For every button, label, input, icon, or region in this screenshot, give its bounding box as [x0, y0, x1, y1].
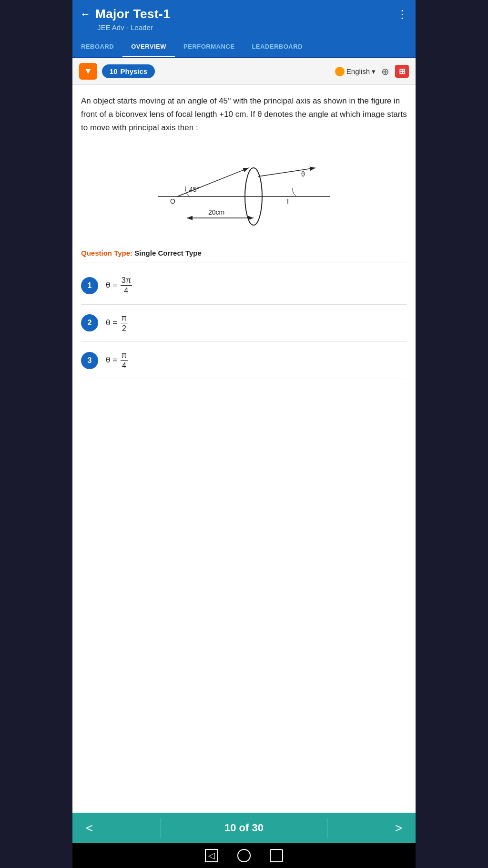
svg-text:O: O — [170, 197, 175, 205]
lang-dot-icon — [335, 67, 345, 76]
numerator-1: 3π — [121, 276, 132, 286]
svg-text:20cm: 20cm — [208, 208, 224, 216]
option-text-2: θ = π 2 — [106, 313, 128, 333]
subject-number: 10 — [110, 67, 118, 75]
tab-overview[interactable]: OVERVIEW — [122, 37, 175, 57]
option-number-2: 2 — [81, 314, 98, 331]
option-item[interactable]: 2 θ = π 2 — [81, 305, 407, 342]
question-type: Question Type: Single Correct Type — [81, 249, 407, 257]
svg-line-3 — [258, 168, 315, 176]
numerator-3: π — [121, 351, 128, 361]
lang-label: English — [346, 67, 370, 75]
system-bar: ◁ ○ □ — [72, 843, 416, 868]
system-recent-button[interactable]: □ — [270, 849, 283, 862]
numerator-2: π — [121, 313, 128, 323]
divider-top — [81, 262, 407, 262]
fraction-2: π 2 — [121, 313, 128, 333]
denominator-3: 4 — [121, 361, 127, 370]
subject-badge: 10 Physics — [102, 64, 155, 78]
filter-bar: ▼ 10 Physics English ▾ ⊕ ⊞ — [72, 58, 416, 85]
prev-button[interactable]: < — [82, 817, 97, 839]
filter-button[interactable]: ▼ — [79, 63, 97, 80]
tab-leaderboard[interactable]: LEADERBOARD — [243, 37, 311, 57]
option-number-1: 1 — [81, 277, 98, 294]
option-number-3: 3 — [81, 352, 98, 369]
optics-diagram: 45° O I θ 20 — [144, 144, 344, 239]
system-home-button[interactable]: ○ — [237, 849, 251, 862]
option-item[interactable]: 1 θ = 3π 4 — [81, 267, 407, 304]
option-item[interactable]: 3 θ = π 4 — [81, 342, 407, 379]
fraction-3: π 4 — [121, 351, 128, 370]
option-text-1: θ = 3π 4 — [106, 276, 132, 295]
question-type-text: Single Correct Type — [134, 249, 202, 257]
fraction-1: 3π 4 — [121, 276, 132, 295]
header: ← Major Test-1 ⋮ JEE Adv - Leader — [72, 0, 416, 37]
options-list: 1 θ = 3π 4 2 θ = π 2 — [81, 267, 407, 379]
report-button[interactable]: ⊞ — [395, 65, 409, 78]
header-top: ← Major Test-1 ⋮ — [80, 7, 408, 21]
subject-name: Physics — [121, 67, 148, 75]
page-title: Major Test-1 — [95, 7, 396, 21]
lang-arrow-icon: ▾ — [372, 67, 376, 76]
svg-line-2 — [177, 168, 249, 196]
denominator-2: 2 — [121, 323, 127, 333]
filter-icon: ▼ — [84, 66, 92, 76]
svg-text:45°: 45° — [189, 186, 199, 193]
question-type-label: Question Type: — [81, 249, 132, 257]
svg-text:θ: θ — [301, 170, 305, 178]
header-subtitle: JEE Adv - Leader — [97, 23, 408, 31]
next-button[interactable]: > — [391, 817, 406, 839]
nav-tabs: REBOARD OVERVIEW PERFORMANCE LEADERBOARD — [72, 37, 416, 58]
svg-text:I: I — [287, 197, 289, 205]
more-options-button[interactable]: ⋮ — [396, 8, 408, 21]
question-content: An object starts moving at an angle of 4… — [72, 85, 416, 813]
language-selector[interactable]: English ▾ — [335, 67, 376, 76]
denominator-1: 4 — [123, 286, 129, 295]
filter-right: English ▾ ⊕ ⊞ — [335, 65, 409, 78]
nav-divider-right — [327, 818, 327, 837]
bottom-nav: < 10 of 30 > — [72, 813, 416, 843]
phone-container: ← Major Test-1 ⋮ JEE Adv - Leader REBOAR… — [72, 0, 416, 868]
option-text-3: θ = π 4 — [106, 351, 128, 370]
back-button[interactable]: ← — [80, 8, 91, 21]
search-icon[interactable]: ⊕ — [381, 66, 389, 77]
question-text: An object starts moving at an angle of 4… — [81, 94, 407, 134]
system-back-button[interactable]: ◁ — [205, 849, 218, 862]
nav-divider-left — [161, 818, 161, 837]
diagram-container: 45° O I θ 20 — [81, 144, 407, 239]
tab-performance[interactable]: PERFORMANCE — [175, 37, 243, 57]
page-indicator: 10 of 30 — [224, 822, 264, 834]
tab-reboard[interactable]: REBOARD — [72, 37, 122, 57]
